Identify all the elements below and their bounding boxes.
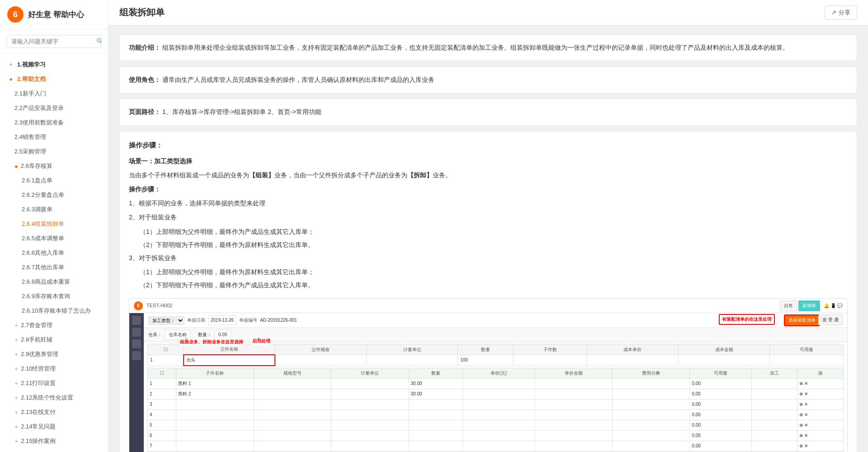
sidebar-item-finance[interactable]: + 2.7资金管理 bbox=[0, 318, 108, 333]
sidebar-item-stock-query[interactable]: 2.6.9库存账本查询 bbox=[0, 289, 108, 304]
app-tabs: 自售 新增单 bbox=[780, 300, 820, 311]
sidebar-item-label: 2.6库存核算 bbox=[21, 162, 52, 170]
app-id: TEST-H002 bbox=[146, 301, 172, 310]
sidebar-item-label: 2.8手机旺辅 bbox=[21, 336, 52, 344]
sidebar-item-other-in[interactable]: 2.6.6其他入库单 bbox=[0, 246, 108, 260]
sidebar-item-label: 2.6.8商品成本重算 bbox=[22, 278, 70, 286]
sidebar-item-label: 2.6.3调拨单 bbox=[22, 205, 52, 214]
app-logo-small: 6 bbox=[134, 301, 143, 310]
sidebar-item-label: 2.6.6其他入库单 bbox=[22, 249, 64, 257]
expand-icon: + bbox=[14, 394, 18, 401]
expand-icon: + bbox=[14, 380, 18, 387]
sidebar-item-label: 2.5采购管理 bbox=[14, 147, 46, 156]
sidebar-item-label: 2.帮助文档 bbox=[17, 75, 46, 83]
confirm-button[interactable]: 发 受 通 bbox=[818, 314, 843, 325]
sidebar-item-label: 2.11打印设置 bbox=[21, 379, 56, 387]
sidebar-item-video[interactable]: + 1.视频学习 bbox=[0, 57, 108, 72]
tab-self[interactable]: 自售 bbox=[780, 300, 797, 311]
sidebar-item-label: 2.15操作案例 bbox=[21, 437, 56, 445]
sidebar-item-print[interactable]: + 2.11打印设置 bbox=[0, 376, 108, 390]
th-child-spec: 规格型号 bbox=[254, 368, 331, 379]
bom-button[interactable]: 选择装配清单 bbox=[784, 314, 820, 326]
search-area: 🔍 bbox=[0, 29, 108, 54]
sidebar-item-new-user[interactable]: 2.1新手入门 bbox=[0, 86, 108, 101]
scene1-heading: 场景一：加工类型选择 bbox=[129, 156, 848, 167]
collapse-icon: ● bbox=[14, 163, 18, 170]
logo-text: 好生意 帮助中心 bbox=[28, 10, 84, 20]
sidebar-item-stocktake[interactable]: 2.6.1盘点单 bbox=[0, 173, 108, 188]
th-unit: 计量单位 bbox=[331, 368, 409, 379]
th-checkbox: ☐ bbox=[148, 344, 184, 355]
desc-part1: 当由多个子件材料组装成一个成品的业务为 bbox=[129, 171, 249, 179]
sidebar-item-cost-recalc[interactable]: 2.6.8商品成本重算 bbox=[0, 275, 108, 289]
sidebar-item-cases[interactable]: + 2.15操作案例 bbox=[0, 434, 108, 448]
content-area: 功能介绍： 组装拆卸单用来处理企业组装或拆卸等加工业务，支持有固定装配清单的产品… bbox=[108, 25, 868, 452]
sidebar-item-help[interactable]: ● 2.帮助文档 bbox=[0, 72, 108, 86]
desc-part2: 业务，当由一个父件拆分成多个子产品的业务为 bbox=[274, 171, 407, 179]
step3-sub2: （2）下部明细为子件明细，最终作为产成品生成其它入库单。 bbox=[129, 280, 848, 291]
desc-disassembly: 【拆卸】 bbox=[407, 171, 433, 179]
sidebar-item-coupon[interactable]: + 2.9优惠券管理 bbox=[0, 347, 108, 362]
sidebar-item-data-prep[interactable]: 2.3使用前数据准备 bbox=[0, 115, 108, 130]
sidebar-item-label: 2.12系统个性化设置 bbox=[21, 394, 73, 402]
sidebar-item-inventory[interactable]: ● 2.6库存核算 bbox=[0, 159, 108, 173]
sidebar-item-other-out[interactable]: 2.6.7其他出库单 bbox=[0, 260, 108, 275]
expand-icon: + bbox=[14, 409, 18, 416]
sidebar-item-assembly[interactable]: 2.6.4组装拆卸单 bbox=[0, 217, 108, 231]
th-cost-price: 成本单价 bbox=[587, 344, 678, 355]
child-row-4: 4 0.00 bbox=[148, 410, 844, 420]
code-label: 单据编号 bbox=[239, 316, 257, 324]
code-value: AD-20191226-001 bbox=[260, 316, 297, 324]
search-button[interactable]: 🔍 bbox=[92, 35, 102, 48]
annotation-enable: 启用处理 bbox=[252, 337, 270, 345]
sidebar-item-management[interactable]: + 2.10经营管理 bbox=[0, 362, 108, 376]
lower-table-area: 无固定清单可在组合在这里录入 ☐ 子件名称 规格型号 计量单位 数 bbox=[144, 367, 847, 452]
th-qty: 数量 bbox=[458, 344, 514, 355]
child-row-7: 7 0.00 bbox=[148, 441, 844, 452]
date-value: 2019-12-26 bbox=[208, 315, 236, 325]
sidebar-item-online-pay[interactable]: + 2.13在线支付 bbox=[0, 405, 108, 419]
tab-new[interactable]: 新增单 bbox=[798, 300, 820, 311]
th-cost-share: 费用分摊 bbox=[612, 368, 690, 379]
sidebar-item-cost-adj[interactable]: 2.6.5成本调整单 bbox=[0, 231, 108, 246]
sidebar-item-partial-stocktake[interactable]: 2.6.2分量盘点单 bbox=[0, 188, 108, 202]
steps-heading: 操作步骤： bbox=[129, 184, 848, 195]
step1: 1、根据不同的业务，选择不同单据的类型来处理 bbox=[129, 198, 848, 209]
sidebar-item-faq[interactable]: + 2.14常见问题 bbox=[0, 419, 108, 434]
feature-intro-section: 功能介绍： 组装拆卸单用来处理企业组装或拆卸等加工业务，支持有固定装配清单的产品… bbox=[119, 34, 857, 61]
sidebar-item-customization[interactable]: + 2.12系统个性化设置 bbox=[0, 390, 108, 405]
screenshot-container: 6 TEST-H002 自售 新增单 🔔 📱 💬 bbox=[129, 298, 848, 452]
th-amount: 数量 bbox=[409, 368, 462, 379]
share-button[interactable]: ↗ 分享 bbox=[825, 5, 857, 20]
th-cb: ☐ bbox=[148, 368, 176, 379]
sidebar-item-sales[interactable]: 2.4销售管理 bbox=[0, 130, 108, 144]
child-row-3: 3 0.00 bbox=[148, 400, 844, 410]
th-ops: 操 bbox=[797, 368, 844, 379]
ops-heading: 操作步骤： bbox=[129, 139, 848, 151]
sidebar-item-install[interactable]: 2.2产品安装及登录 bbox=[0, 101, 108, 115]
path-text: 1、库存核算->库存管理->组装拆卸单 2、首页->常用功能 bbox=[162, 108, 321, 115]
child-row-1: 1 黑料 1 30.00 0.00 bbox=[148, 379, 844, 389]
parent-row-check: 1 bbox=[148, 355, 184, 366]
step3: 3、对于拆装业务 bbox=[129, 252, 848, 264]
app-body: 加工类型： 单据日期 2019-12-26 单据编号 AD-20191226-0… bbox=[129, 313, 847, 452]
sidebar-item-transfer[interactable]: 2.6.3调拨单 bbox=[0, 202, 108, 217]
step2-sub1: （1）上部明细为父件明细，最终作为产成品生成其它入库单； bbox=[129, 226, 848, 238]
sidebar-item-label: 2.6.2分量盘点单 bbox=[22, 191, 64, 199]
sidebar-item-mobile[interactable]: + 2.8手机旺辅 bbox=[0, 333, 108, 347]
th-child-avail: 可用量 bbox=[690, 368, 752, 379]
sidebar-item-label: 2.10经营管理 bbox=[21, 365, 56, 373]
th-child-qty: 子件数 bbox=[514, 344, 587, 355]
sidebar-item-purchase[interactable]: 2.5采购管理 bbox=[0, 144, 108, 159]
feature-intro-text: 组装拆卸单用来处理企业组装或拆卸等加工业务，支持有固定装配清单的产品加工业务，也… bbox=[162, 44, 789, 51]
th-parent-unit: 计量单位 bbox=[366, 344, 458, 355]
sidebar-item-stock-error[interactable]: 2.6.10库存账本错了怎么办 bbox=[0, 304, 108, 318]
search-box[interactable]: 🔍 bbox=[6, 35, 102, 48]
processing-type-select[interactable]: 加工类型： bbox=[148, 316, 184, 325]
annotation-process-type: 组装业务、拆卸业务在这里选择 bbox=[180, 338, 243, 346]
sidebar-item-label: 2.9优惠券管理 bbox=[21, 350, 58, 358]
arrow-up-2: ↑ bbox=[257, 333, 260, 345]
parent-row-spec bbox=[275, 355, 366, 366]
search-input[interactable] bbox=[7, 35, 92, 48]
path-section: 页面路径： 1、库存核算->库存管理->组装拆卸单 2、首页->常用功能 bbox=[119, 99, 857, 125]
